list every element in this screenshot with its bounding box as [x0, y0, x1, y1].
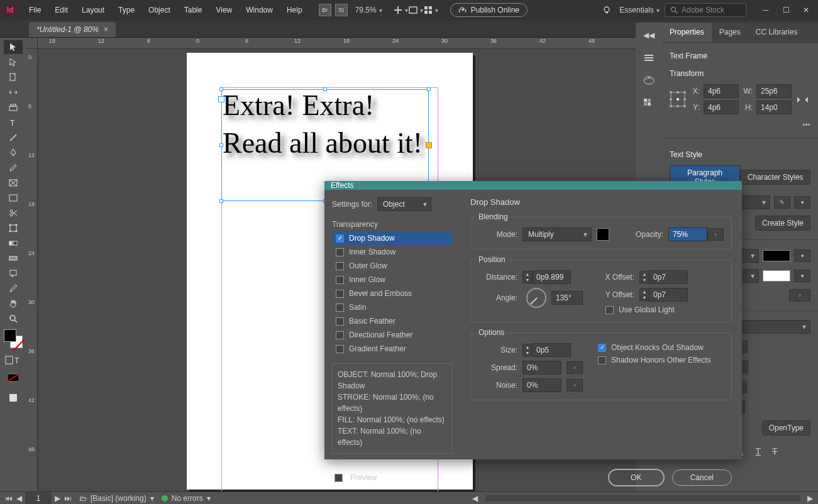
more-options-icon[interactable]: •••: [670, 121, 810, 129]
y-input[interactable]: [704, 101, 739, 114]
bridge-icon[interactable]: Br: [319, 4, 331, 16]
menu-view[interactable]: View: [209, 3, 238, 17]
spin-down[interactable]: ▼: [523, 350, 532, 356]
spin-down[interactable]: ▼: [523, 277, 532, 283]
expand-panel-icon[interactable]: ◀◀: [641, 28, 656, 43]
note-tool[interactable]: [4, 266, 23, 280]
first-page-button[interactable]: ⏮: [5, 494, 13, 503]
effect-checkbox[interactable]: [336, 345, 344, 353]
opentype-button[interactable]: OpenType: [762, 420, 810, 436]
opacity-slider-icon[interactable]: ›: [707, 228, 724, 241]
document-tab[interactable]: *Untitled-1 @ 80% ×: [29, 22, 116, 37]
more-icon[interactable]: ›: [789, 289, 810, 302]
settings-for-select[interactable]: Object: [377, 197, 431, 211]
adobe-stock-search[interactable]: Adobe Stock: [665, 3, 746, 17]
in-port[interactable]: [218, 96, 224, 102]
reference-point-icon[interactable]: [670, 91, 686, 107]
arrange-icon[interactable]: [424, 3, 439, 18]
constrain-icon[interactable]: ⏵⏴: [795, 95, 810, 104]
tab-properties[interactable]: Properties: [662, 23, 712, 42]
effect-item-directional-feather[interactable]: Directional Feather: [332, 328, 453, 342]
spread-slider-icon[interactable]: ›: [567, 361, 583, 374]
gap-tool[interactable]: [4, 85, 23, 99]
yoffset-input[interactable]: [649, 288, 688, 302]
fill-swatch-preview[interactable]: [763, 250, 790, 261]
effect-checkbox[interactable]: [336, 331, 344, 339]
size-input[interactable]: [532, 343, 571, 357]
chevron-down-icon[interactable]: ▾: [150, 494, 154, 503]
selection-tool[interactable]: [4, 40, 23, 54]
xoffset-input[interactable]: [649, 270, 688, 284]
direct-selection-tool[interactable]: [4, 55, 23, 69]
effect-checkbox[interactable]: [336, 262, 344, 270]
page-tool[interactable]: [4, 70, 23, 84]
spin-up[interactable]: ▲: [523, 344, 532, 350]
noise-slider-icon[interactable]: ›: [567, 379, 583, 392]
transparency-group-label[interactable]: Transparency: [332, 220, 453, 229]
effect-item-outer-glow[interactable]: Outer Glow: [332, 259, 453, 273]
effect-checkbox[interactable]: [336, 276, 344, 284]
new-style-icon[interactable]: ✎: [774, 196, 790, 209]
screen-mode-icon[interactable]: [409, 3, 424, 18]
gradient-feather-tool[interactable]: [4, 251, 23, 265]
gradient-swatch-tool[interactable]: [4, 236, 23, 250]
formatting-container-toggle[interactable]: T: [4, 353, 23, 367]
character-styles-tab[interactable]: Character Styles: [740, 170, 810, 185]
scissors-tool[interactable]: [4, 206, 23, 220]
prev-page-button[interactable]: ◀: [16, 494, 22, 503]
effect-checkbox[interactable]: [336, 234, 344, 243]
view-mode-toggle[interactable]: [4, 391, 23, 405]
rectangle-frame-tool[interactable]: [4, 176, 23, 190]
angle-input[interactable]: [551, 291, 583, 305]
menu-object[interactable]: Object: [142, 3, 177, 17]
x-input[interactable]: [704, 84, 739, 98]
w-input[interactable]: [756, 84, 792, 98]
line-tool[interactable]: [4, 131, 23, 145]
horizontal-ruler[interactable]: 18 12 6 0 6 12 18 24 30 36 42 48: [38, 38, 636, 49]
shadow-color-swatch[interactable]: [597, 228, 609, 241]
pen-tool[interactable]: [4, 146, 23, 160]
pencil-tool[interactable]: [4, 161, 23, 175]
tab-cc-libraries[interactable]: CC Libraries: [748, 23, 805, 42]
fill-stroke-swatch[interactable]: [4, 329, 23, 348]
ok-button[interactable]: OK: [608, 469, 665, 486]
effect-item-basic-feather[interactable]: Basic Feather: [332, 314, 453, 328]
spin-down[interactable]: ▼: [640, 295, 649, 300]
overset-indicator[interactable]: [426, 142, 432, 148]
scrollbar-right-icon[interactable]: ▶: [807, 494, 813, 503]
apply-color-button[interactable]: [4, 371, 23, 385]
noise-input[interactable]: [522, 378, 561, 392]
dialog-title-bar[interactable]: Effects: [324, 181, 742, 190]
menu-file[interactable]: File: [23, 3, 47, 17]
effect-item-satin[interactable]: Satin: [332, 300, 453, 314]
spin-up[interactable]: ▲: [523, 271, 532, 277]
menu-type[interactable]: Type: [112, 3, 141, 17]
blend-mode-select[interactable]: Multiply: [522, 227, 592, 241]
angle-dial[interactable]: [526, 288, 546, 308]
effect-item-bevel-and-emboss[interactable]: Bevel and Emboss: [332, 287, 453, 300]
menu-table[interactable]: Table: [178, 3, 209, 17]
eyedropper-tool[interactable]: [4, 282, 23, 295]
menu-edit[interactable]: Edit: [48, 3, 74, 17]
effect-item-gradient-feather[interactable]: Gradient Feather: [332, 342, 453, 356]
menu-layout[interactable]: Layout: [75, 3, 111, 17]
content-collector-tool[interactable]: [4, 101, 23, 114]
next-page-button[interactable]: ▶: [55, 494, 60, 503]
distance-input[interactable]: [532, 270, 571, 284]
type-tool[interactable]: T: [4, 116, 23, 129]
lightbulb-icon[interactable]: [599, 3, 614, 18]
create-style-button[interactable]: Create Style: [755, 216, 810, 231]
publish-online-button[interactable]: Publish Online: [450, 3, 528, 17]
window-maximize-button[interactable]: ☐: [777, 4, 795, 16]
swatch-dropdown[interactable]: ▾: [794, 249, 810, 262]
ruler-origin[interactable]: [26, 38, 38, 49]
swatch-dropdown[interactable]: ▾: [794, 270, 810, 282]
menu-window[interactable]: Window: [240, 3, 279, 17]
zoom-select[interactable]: 79.5%: [355, 6, 382, 14]
effect-checkbox[interactable]: [336, 317, 344, 326]
spin-up[interactable]: ▲: [640, 289, 649, 295]
opacity-input[interactable]: [668, 227, 707, 241]
effect-checkbox[interactable]: [336, 290, 344, 298]
preview-checkbox[interactable]: [334, 474, 343, 482]
page-number-input[interactable]: [26, 491, 51, 505]
